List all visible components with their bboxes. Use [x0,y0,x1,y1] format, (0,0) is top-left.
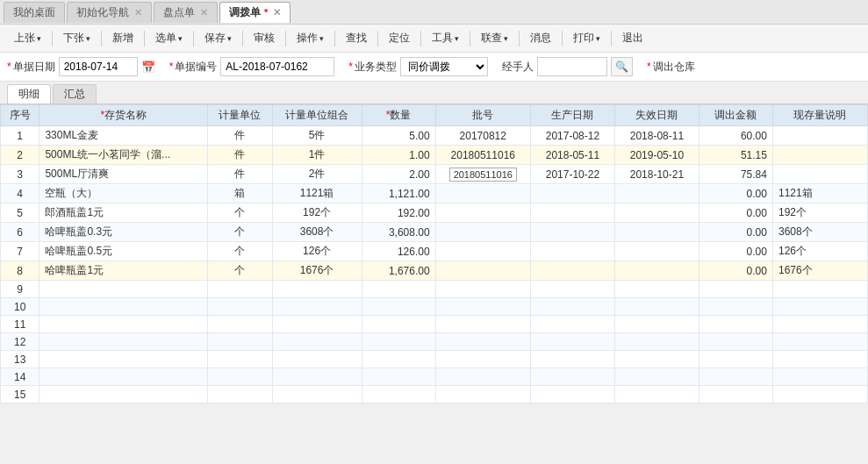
unit-cell: 件 [208,126,272,146]
unit-combo-cell: 1件 [272,146,362,165]
prod-date-cell [530,333,614,351]
table-row[interactable]: 4 空瓶（大） 箱 1121箱 1,121.00 0.00 1121箱 [1,184,868,203]
handler-search-btn[interactable]: 🔍 [611,57,633,76]
unit-cell [208,316,272,333]
qty-cell: 1,676.00 [362,261,435,281]
table-row[interactable]: 5 郎酒瓶盖1元 个 192个 192.00 0.00 192个 [1,203,868,223]
name-cell: 哈啤瓶盖1元 [39,261,208,281]
seq-cell: 15 [1,386,39,403]
exp-date-cell [614,316,699,333]
biztype-select[interactable]: 同价调拨 异价调拨 [400,57,488,76]
unit-combo-cell: 126个 [272,242,362,261]
date-input[interactable] [59,57,138,76]
table-row[interactable]: 8 哈啤瓶盖1元 个 1676个 1,676.00 0.00 1676个 [1,261,868,281]
stock-desc-cell [772,333,867,351]
table-row[interactable]: 6 哈啤瓶盖0.3元 个 3608个 3,608.00 0.00 3608个 [1,223,868,242]
warehouse-field: 调出仓库 [647,60,695,75]
qty-cell: 192.00 [362,203,435,223]
table-row[interactable]: 2 500ML统一小茗同学（溜... 件 1件 1.00 20180511016… [1,146,868,165]
toolbar-audit-btn[interactable]: 审核 [247,29,282,47]
name-cell: 500ML统一小茗同学（溜... [39,146,208,165]
tab-close-adjust[interactable]: ✕ [273,7,281,18]
unit-combo-cell [272,386,362,403]
prod-date-cell [530,184,614,203]
table-row-empty: 15 [1,386,868,403]
toolbar-sep-12 [562,31,563,46]
adj-amt-cell [699,298,772,316]
table-row[interactable]: 1 330ML金麦 件 5件 5.00 20170812 2017-08-12 … [1,126,868,146]
chevron-down-icon: ▾ [319,34,324,43]
stock-desc-cell [772,126,867,146]
adj-amt-cell [699,386,772,403]
col-exp-date: 失效日期 [614,105,699,126]
prod-date-cell [530,203,614,223]
handler-input[interactable] [537,57,607,76]
toolbar-up-btn[interactable]: 上张 ▾ [7,29,48,47]
prod-date-cell [530,351,614,368]
toolbar-link-btn[interactable]: 联查 ▾ [474,29,515,47]
batch-cell: 20180511016 [435,146,530,165]
col-stock-desc: 现存量说明 [772,105,867,126]
toolbar-sep-11 [519,31,520,46]
seq-cell: 4 [1,184,39,203]
qty-cell [362,316,435,333]
toolbar-save-btn[interactable]: 保存 ▾ [197,29,239,47]
table-row[interactable]: 7 哈啤瓶盖0.5元 个 126个 126.00 0.00 126个 [1,242,868,261]
toolbar-sep-3 [144,31,145,46]
toolbar-select-btn[interactable]: 选单 ▾ [148,29,190,47]
docno-input[interactable] [220,57,334,76]
seq-cell: 7 [1,242,39,261]
unit-cell: 个 [208,223,272,242]
name-cell [39,386,208,403]
batch-cell [435,281,530,298]
exp-date-cell [614,333,699,351]
toolbar-down-btn[interactable]: 下张 ▾ [56,29,97,47]
toolbar-locate-btn[interactable]: 定位 [382,29,417,47]
name-cell: 空瓶（大） [39,184,208,203]
chevron-down-icon: ▾ [37,34,41,43]
tab-detail[interactable]: 明细 [7,84,51,104]
tab-bar: 我的桌面 初始化导航 ✕ 盘点单 ✕ 调拨单 * ✕ [0,0,868,25]
name-cell [39,368,208,386]
stock-desc-cell: 126个 [772,242,867,261]
batch-cell [435,298,530,316]
toolbar-print-btn[interactable]: 打印 ▾ [566,29,607,47]
toolbar-new-btn[interactable]: 新增 [105,29,140,47]
tab-close-init-nav[interactable]: ✕ [134,7,142,18]
calendar-icon[interactable]: 📅 [141,61,155,74]
unit-combo-cell: 1121箱 [272,184,362,203]
exp-date-cell [614,386,699,403]
adj-amt-cell [699,316,772,333]
toolbar-search-btn[interactable]: 查找 [339,29,374,47]
tab-summary[interactable]: 汇总 [53,84,97,104]
toolbar-operate-btn[interactable]: 操作 ▾ [290,29,331,47]
seq-cell: 3 [1,165,39,184]
qty-cell: 3,608.00 [362,223,435,242]
toolbar-sep-13 [611,31,612,46]
unit-cell: 件 [208,165,272,184]
docno-label: 单据编号 [169,60,218,75]
seq-cell: 14 [1,368,39,386]
tab-desktop[interactable]: 我的桌面 [4,2,65,23]
toolbar-tools-btn[interactable]: 工具 ▾ [425,29,466,47]
table-row-empty: 12 [1,333,868,351]
biztype-label: 业务类型 [348,60,397,75]
stock-desc-cell: 3608个 [772,223,867,242]
prod-date-cell: 2018-05-11 [530,146,614,165]
warehouse-label: 调出仓库 [647,60,695,75]
tab-inventory[interactable]: 盘点单 ✕ [154,2,218,23]
toolbar-exit-btn[interactable]: 退出 [615,29,650,47]
exp-date-cell [614,261,699,281]
tab-close-inventory[interactable]: ✕ [200,7,208,18]
biztype-field: 业务类型 同价调拨 异价调拨 [348,57,488,76]
toolbar-sep-4 [193,31,194,46]
table-row[interactable]: 3 500ML厅清爽 件 2件 2.00 20180511016 2017-10… [1,165,868,184]
adj-amt-cell: 0.00 [699,223,772,242]
unit-combo-cell: 3608个 [272,223,362,242]
tab-adjust[interactable]: 调拨单 * ✕ [219,2,291,23]
table-row-empty: 14 [1,368,868,386]
tab-init-nav[interactable]: 初始化导航 ✕ [67,2,152,23]
seq-cell: 8 [1,261,39,281]
toolbar-message-btn[interactable]: 消息 [523,29,558,47]
chevron-down-icon: ▾ [86,34,90,43]
